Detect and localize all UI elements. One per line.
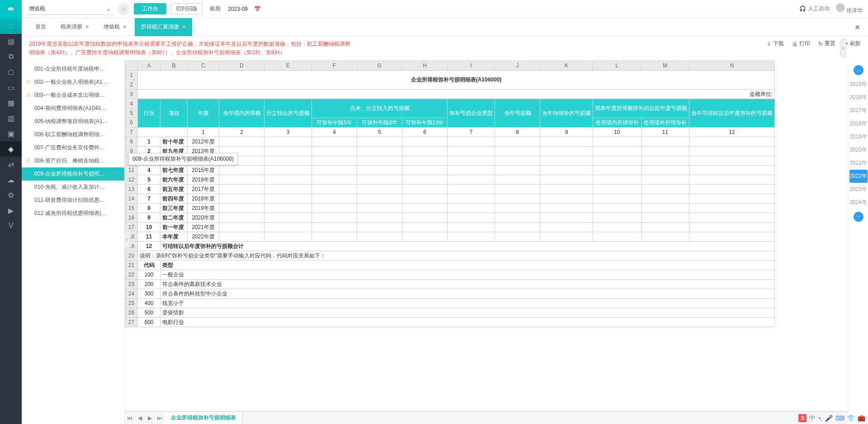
tab-3[interactable]: 所得税汇算清缴✕	[135, 18, 192, 36]
tree-tooltip: 009-企业所得税弥补亏损明细表(A106000)	[128, 153, 238, 165]
year-2023年[interactable]: 2023年	[849, 183, 868, 196]
col-header[interactable]: F	[312, 61, 357, 71]
nav-gear-icon[interactable]: ⚙	[0, 187, 22, 203]
tree-item-0[interactable]: 001-企业所得税年度纳税申…	[22, 62, 124, 76]
year-2016年[interactable]: 2016年	[849, 91, 868, 104]
year-up-button[interactable]: ︿	[854, 65, 863, 75]
nav-report-icon[interactable]: ▦	[0, 95, 22, 110]
col-header[interactable]: G	[357, 61, 402, 71]
nav-book-icon[interactable]: ▭	[0, 80, 22, 95]
consult-link[interactable]: 🎧 人工咨询	[799, 5, 829, 13]
period-value[interactable]: 2023-09	[228, 6, 248, 12]
col-header[interactable]: J	[495, 61, 540, 71]
nav-tax-icon[interactable]: ◈	[0, 141, 22, 157]
tree-item-1[interactable]: ⚠002-一般企业收入明细表(A1…	[22, 76, 124, 89]
ime-mic-icon[interactable]: 🎤	[825, 414, 833, 422]
col-header[interactable]: K	[540, 61, 593, 71]
nav-home-icon[interactable]: ⌂	[0, 18, 22, 33]
sheet-last-button[interactable]: ⏭	[155, 415, 165, 421]
col-header[interactable]: H	[402, 61, 448, 71]
tree-item-9[interactable]: 010-免税、减计收入及加计…	[22, 181, 124, 194]
nav-chart-icon[interactable]: ⧉	[0, 49, 22, 64]
col-header[interactable]: D	[219, 61, 264, 71]
ime-keyboard-icon[interactable]: ⌨	[835, 414, 844, 422]
ime-skin-icon[interactable]: 👕	[847, 414, 855, 422]
nav-bag-icon[interactable]: ☖	[0, 64, 22, 80]
nav-media-icon[interactable]: ▶	[0, 203, 22, 218]
tax-type-value: 增值税	[29, 5, 45, 13]
chevron-down-icon: ⌄	[106, 5, 111, 12]
col-header[interactable]: N	[689, 61, 775, 71]
nav-transfer-icon[interactable]: ⇄	[0, 157, 22, 172]
year-down-button[interactable]: ﹀	[854, 212, 863, 222]
warning-icon: ⚠	[26, 78, 31, 85]
nav-cloud-icon[interactable]: ☁	[0, 172, 22, 187]
collapse-tree-button[interactable]: ‹	[124, 230, 130, 248]
year-2020年[interactable]: 2020年	[849, 143, 868, 157]
year-2022年[interactable]: 2022年	[849, 170, 868, 183]
tree-item-3[interactable]: 004-期间费用明细表(A1040…	[22, 102, 124, 115]
sheet-tab[interactable]: 企业所得税弥补亏损明细表	[165, 412, 243, 424]
nav-doc-icon[interactable]: ▤	[0, 33, 22, 49]
tree-item-6[interactable]: 007-广告费和业务宣传费跨…	[22, 141, 124, 154]
col-header[interactable]: L	[593, 61, 642, 71]
download-button[interactable]: ⇩ 下载	[767, 40, 784, 48]
tree-item-10[interactable]: 011-研发费用加计扣除优惠…	[22, 194, 124, 207]
year-2021年[interactable]: 2021年	[849, 157, 868, 170]
year-2024年[interactable]: 2024年	[849, 196, 868, 209]
sheet-prev-button[interactable]: ◀	[135, 415, 145, 421]
reset-button[interactable]: ↻ 重置	[818, 40, 835, 48]
tab-0[interactable]: 首页	[29, 18, 52, 36]
sheet-next-button[interactable]: ▶	[145, 415, 155, 421]
user-menu[interactable]: 徐泽华	[836, 3, 863, 14]
form-tree: 001-企业所得税年度纳税申…⚠002-一般企业收入明细表(A1…⚠003-一般…	[22, 61, 125, 424]
year-2015年[interactable]: 2015年	[849, 78, 868, 91]
ime-toolbar: S 中 •, 🎤 ⌨ 👕 🧰	[798, 414, 865, 422]
close-icon[interactable]: ✕	[85, 24, 89, 30]
spreadsheet[interactable]: ABCDEFGHIJKLMN1企业所得税弥补亏损明细表(A106000)23金额…	[125, 61, 848, 424]
avatar	[836, 3, 845, 12]
tab-1[interactable]: 税表清册✕	[54, 18, 95, 36]
ime-tool-icon[interactable]: 🧰	[858, 414, 865, 422]
close-all-tabs-button[interactable]: ✕	[852, 22, 863, 33]
sheet-first-button[interactable]: ⏮	[125, 415, 135, 421]
print-button[interactable]: 🖨 打印	[792, 40, 810, 48]
left-nav: ✒ ⌂ ▤ ⧉ ☖ ▭ ▦ ▥ ▣ ◈ ⇄ ☁ ⚙ ▶ V	[0, 0, 22, 424]
tree-item-5[interactable]: 006-职工薪酬纳税调整明细…	[22, 128, 124, 141]
calendar-icon[interactable]: 📅	[254, 6, 261, 12]
workspace-button[interactable]: 工作台	[134, 3, 166, 14]
tree-item-7[interactable]: ⚠008-资产折旧、摊销及纳税…	[22, 154, 124, 167]
col-header[interactable]: I	[448, 61, 495, 71]
close-icon[interactable]: ✕	[182, 24, 186, 30]
tab-bar: 首页税表清册✕增值税✕所得税汇算清缴✕ ✕	[22, 18, 868, 36]
ime-lang[interactable]: 中	[809, 414, 816, 422]
switch-old-button[interactable]: 切到旧版	[171, 3, 203, 14]
col-header[interactable]: C	[188, 61, 219, 71]
year-2019年[interactable]: 2019年	[849, 130, 868, 143]
app-logo: ✒	[0, 0, 22, 18]
col-header[interactable]: A	[138, 61, 160, 71]
tax-type-dropdown[interactable]: 增值税 ⌄	[27, 3, 113, 15]
warning-notice: 2019年度涉及取以前年度结转数据的申报表单元格需要手工维护正确，才能保证本年及…	[29, 40, 354, 57]
ime-punct-icon[interactable]: •,	[818, 414, 822, 422]
col-header[interactable]: M	[641, 61, 689, 71]
nav-v-icon[interactable]: V	[0, 218, 22, 233]
tree-item-2[interactable]: ⚠003-一般企业成本支出明细…	[22, 89, 124, 102]
tree-item-8[interactable]: 009-企业所得税弥补亏损明…	[22, 167, 124, 181]
year-2018年[interactable]: 2018年	[849, 117, 868, 130]
tree-item-11[interactable]: 012-减免所得税优惠明细表(…	[22, 207, 124, 220]
history-button[interactable]: ≡	[118, 3, 129, 15]
tab-2[interactable]: 增值税✕	[97, 18, 133, 36]
year-2017年[interactable]: 2017年	[849, 104, 868, 117]
col-header[interactable]: B	[160, 61, 188, 71]
col-header[interactable]: E	[264, 61, 312, 71]
sogou-icon[interactable]: S	[798, 414, 807, 422]
nav-table-icon[interactable]: ▣	[0, 126, 22, 141]
period-label: 账期	[210, 5, 221, 13]
nav-form-icon[interactable]: ▥	[0, 110, 22, 126]
topbar: 增值税 ⌄ ≡ 工作台 切到旧版 账期 2023-09 📅 🎧 人工咨询 徐泽华	[22, 0, 868, 18]
expand-rail-button[interactable]: ›	[840, 39, 846, 57]
tree-item-4[interactable]: 005-纳税调整项目明细表(A1…	[22, 115, 124, 128]
close-icon[interactable]: ✕	[123, 24, 127, 30]
sheet-toolbar: ⇩ 下载 🖨 打印 ↻ 重置 ⟳ 刷新	[767, 40, 861, 48]
